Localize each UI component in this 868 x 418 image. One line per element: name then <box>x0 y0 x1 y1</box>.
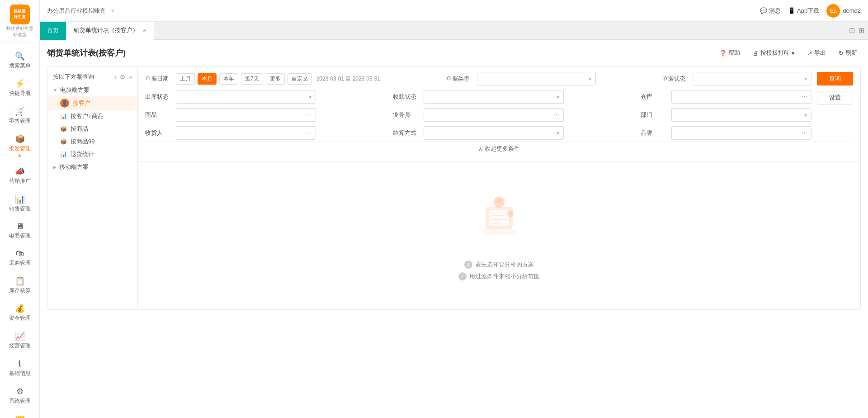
tree-section-mobile-header[interactable]: ▶ 移动端方案 <box>47 161 137 173</box>
empty-hint-2: 2 用过滤条件来缩小分析范围 <box>458 272 540 280</box>
print-template-button[interactable]: 🖨 按模板打印 ▾ <box>749 47 798 59</box>
brand-input[interactable]: ··· <box>671 126 811 140</box>
sidebar-item-marketing[interactable]: 📣 营销推广 <box>0 163 39 189</box>
receiver-dots-icon[interactable]: ··· <box>306 129 312 137</box>
user-menu[interactable]: Ea demo2 <box>826 4 861 18</box>
tree-item-icon-cg: 📊 <box>60 113 67 119</box>
sidebar-item-sales[interactable]: 📊 销售管理 <box>0 190 39 216</box>
quick-nav-icon: ⚡ <box>15 79 25 89</box>
tree-item-by-customer-label: 按客户 <box>73 99 90 107</box>
receipt-status-arrow-icon: ▾ <box>557 94 560 100</box>
date-btn-7days[interactable]: 近7天 <box>241 73 263 85</box>
refresh-button[interactable]: ↻ 刷新 <box>835 47 861 59</box>
inventory-icon: 📋 <box>15 276 25 286</box>
sidebar-item-basic[interactable]: ℹ 基础信息 <box>0 355 39 381</box>
salesperson-dots-icon[interactable]: ··· <box>554 111 560 119</box>
date-btn-more[interactable]: 更多 <box>266 73 285 85</box>
tree-item-by-goods-99[interactable]: 📦 按商品99 <box>47 135 137 148</box>
goods-input[interactable]: ··· <box>176 108 316 122</box>
user-name: demo2 <box>843 7 861 14</box>
breadcrumb-arrow-icon[interactable]: ▾ <box>111 7 114 14</box>
sales-icon: 📊 <box>15 194 25 204</box>
body-layout: 按以下方案查询 + ⚙ « ▼ 电脑端方案 <box>47 66 861 310</box>
receiver-input[interactable]: ··· <box>176 126 316 140</box>
filter-main: 单据日期 上月 本月 本年 近7天 更多 自定义 2023-03-01 至 20… <box>145 72 853 140</box>
hint-2-num: 2 <box>458 272 467 280</box>
tree-item-returns-stats-label: 退货统计 <box>71 150 94 158</box>
date-group: 上月 本月 本年 近7天 更多 自定义 2023-03-01 至 2023-03… <box>176 73 380 85</box>
goods-dots-icon[interactable]: ··· <box>306 111 312 119</box>
tab-sales-stats-label: 销货单统计表（按客户） <box>74 26 138 34</box>
tab-restore-icon[interactable]: ⊡ <box>849 26 855 35</box>
tree-item-icon-g: 📦 <box>60 126 67 132</box>
settings-button[interactable]: 设置 <box>817 91 853 104</box>
date-btn-last-month[interactable]: 上月 <box>176 73 195 85</box>
tab-home[interactable]: 首页 <box>40 22 66 40</box>
add-scheme-icon[interactable]: + <box>113 73 117 81</box>
doc-status-select[interactable]: ▾ <box>693 72 811 86</box>
sidebar-item-purchase[interactable]: 🛍 采购管理 <box>0 245 39 271</box>
cooperation-icon: 🤝 <box>15 414 25 418</box>
export-button[interactable]: ↗ 导出 <box>804 47 830 59</box>
sidebar-item-cooperation[interactable]: 🤝 企业协同 <box>0 410 39 418</box>
message-button[interactable]: 💬 消息 <box>760 7 781 15</box>
app-download-button[interactable]: 📱 App下载 <box>788 7 819 15</box>
brand-dots-icon[interactable]: ··· <box>802 129 807 137</box>
tab-home-label: 首页 <box>47 27 59 35</box>
receipt-status-label: 收款状态 <box>393 93 418 101</box>
filter-row-3: 商品 ··· 业务员 ··· <box>145 108 811 122</box>
tree-item-by-goods[interactable]: 📦 按商品 <box>47 123 137 135</box>
marketing-icon: 📣 <box>15 166 25 176</box>
tree-section-pc-label: 电脑端方案 <box>60 86 90 94</box>
date-btn-custom[interactable]: 自定义 <box>288 73 312 85</box>
tree-item-returns-stats[interactable]: 📊 退货统计 <box>47 148 137 161</box>
out-status-label: 出库状态 <box>145 93 170 101</box>
collapse-button[interactable]: ∧ 收起更多条件 <box>145 142 853 156</box>
query-button[interactable]: 查询 <box>817 72 853 86</box>
warehouse-dots-icon[interactable]: ··· <box>802 93 807 101</box>
top-bar: 办公用品行业模拟账套 ▾ 💬 消息 📱 App下载 Ea demo2 <box>40 0 868 22</box>
sidebar-item-label: 销售管理 <box>9 205 31 213</box>
collapse-panel-icon[interactable]: « <box>128 73 132 81</box>
tree-item-by-customer-goods[interactable]: 📊 按客户+商品 <box>47 110 137 123</box>
settings-scheme-icon[interactable]: ⚙ <box>120 73 126 81</box>
salesperson-input[interactable]: ··· <box>424 108 564 122</box>
hint-2-text: 用过滤条件来缩小分析范围 <box>469 272 540 280</box>
warehouse-input[interactable]: ··· <box>671 90 811 104</box>
tab-close-icon[interactable]: × <box>143 27 146 34</box>
settlement-select[interactable]: ▾ <box>424 126 564 140</box>
sidebar-item-search[interactable]: 🔍 搜索菜单 <box>0 48 39 73</box>
receipt-status-select[interactable]: ▾ <box>424 90 564 104</box>
sidebar-item-operations[interactable]: 📈 经营管理 <box>0 328 39 353</box>
help-button[interactable]: ❓ 帮助 <box>716 47 744 59</box>
salesperson-label: 业务员 <box>393 111 418 119</box>
tab-sales-stats[interactable]: 销货单统计表（按客户） × <box>66 22 154 40</box>
date-btn-this-year[interactable]: 本年 <box>219 73 238 85</box>
filter-area: 单据日期 上月 本月 本年 近7天 更多 自定义 2023-03-01 至 20… <box>138 66 860 162</box>
tree-item-by-customer[interactable]: 👤 按客户 <box>47 96 137 110</box>
doc-status-arrow-icon: ▾ <box>804 76 807 82</box>
content-area: 销货单统计表(按客户) ❓ 帮助 🖨 按模板打印 ▾ ↗ 导出 <box>40 40 868 418</box>
receiver-label: 收货人 <box>145 129 170 137</box>
sidebar-item-ecommerce[interactable]: 🖥 电商管理 <box>0 218 39 243</box>
department-select[interactable]: ▾ <box>671 108 811 122</box>
sidebar-item-quick-nav[interactable]: ⚡ 快捷导航 <box>0 75 39 101</box>
avatar: Ea <box>826 4 840 18</box>
tab-maximize-icon[interactable]: ⊞ <box>859 26 864 35</box>
sidebar-item-wholesale[interactable]: 📦 批发管理 ▲ <box>0 130 39 161</box>
filter-fields: 单据日期 上月 本月 本年 近7天 更多 自定义 2023-03-01 至 20… <box>145 72 811 140</box>
svg-rect-4 <box>497 199 501 203</box>
out-status-select[interactable]: ▾ <box>176 90 316 104</box>
settlement-arrow-icon: ▾ <box>557 130 560 137</box>
sidebar-item-finance[interactable]: 💰 资金管理 <box>0 300 39 326</box>
warehouse-label: 仓库 <box>641 93 666 101</box>
sidebar-item-system[interactable]: ⚙ 系统管理 <box>0 383 39 408</box>
tree-section-pc-header[interactable]: ▼ 电脑端方案 <box>47 84 137 96</box>
sidebar-item-inventory[interactable]: 📋 库存核算 <box>0 272 39 298</box>
doc-type-select[interactable]: ▾ <box>477 72 596 86</box>
app-logo[interactable]: 畅捷通好生意 畅捷通好生意 标准版 <box>0 0 39 43</box>
date-btn-this-month[interactable]: 本月 <box>198 73 217 85</box>
date-label: 单据日期 <box>145 75 170 83</box>
sidebar: 畅捷通好生意 畅捷通好生意 标准版 🔍 搜索菜单 ⚡ 快捷导航 🛒 零售管理 📦… <box>0 0 40 418</box>
sidebar-item-retail[interactable]: 🛒 零售管理 <box>0 103 39 128</box>
